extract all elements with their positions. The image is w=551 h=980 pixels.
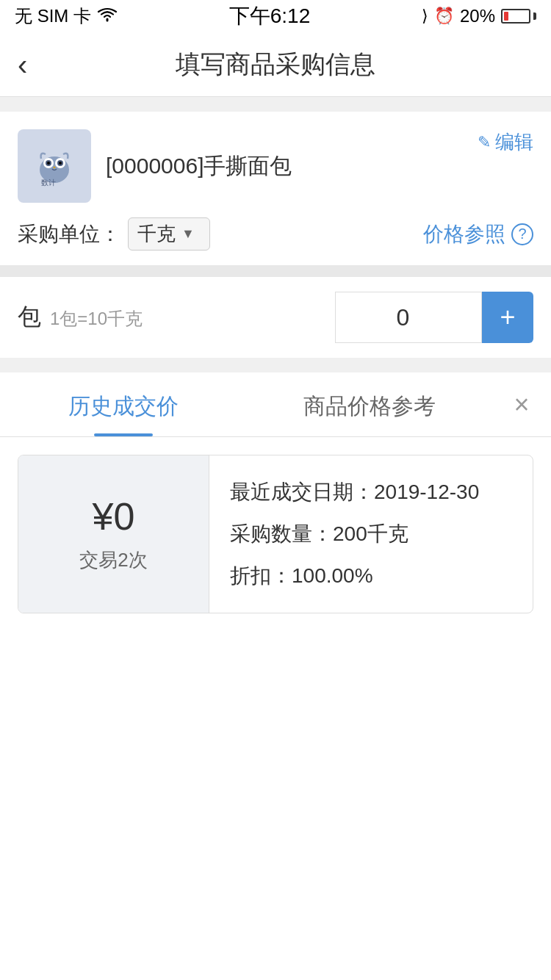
battery-percent: 20% — [460, 6, 495, 26]
price-value: 0 — [114, 495, 135, 538]
bottom-area — [0, 631, 551, 980]
location-icon: ⟩ — [422, 7, 428, 26]
price-detail-date: 最近成交日期：2019-12-30 — [230, 478, 512, 506]
quantity-ref-label: 采购数量： — [230, 522, 333, 545]
unit-value: 千克 — [137, 221, 176, 247]
unit-select-dropdown[interactable]: 千克 ▼ — [128, 217, 210, 251]
page-title: 填写商品采购信息 — [176, 48, 375, 82]
price-currency: ¥ — [93, 495, 114, 538]
price-card-left: ¥0 交易2次 — [18, 455, 209, 613]
price-ref-help-icon: ? — [511, 223, 533, 245]
price-card-right: 最近成交日期：2019-12-30 采购数量：200千克 折扣：100.00% — [209, 455, 533, 613]
price-ref-button[interactable]: 价格参照 ? — [423, 220, 533, 248]
price-ref-label: 价格参照 — [423, 220, 505, 248]
edit-button[interactable]: ✎ 编辑 — [478, 129, 533, 155]
product-row-top: 数计 [0000006]手撕面包 ✎ 编辑 — [18, 129, 533, 203]
edit-icon: ✎ — [478, 133, 491, 152]
svg-point-5 — [47, 162, 50, 165]
quantity-row: 包 1包=10千克 + — [0, 277, 551, 358]
tab-close-button[interactable]: × — [492, 389, 551, 420]
wifi-icon — [97, 6, 118, 26]
tabs-container: 历史成交价 商品价格参考 × — [0, 372, 551, 437]
quantity-unit-label: 包 — [18, 301, 41, 334]
battery-indicator — [501, 9, 536, 24]
signal-text: 无 SIM 卡 — [15, 4, 91, 28]
unit-label: 采购单位： — [18, 220, 120, 248]
unit-group: 采购单位： 千克 ▼ — [18, 217, 210, 251]
status-time: 下午6:12 — [229, 2, 311, 30]
status-left: 无 SIM 卡 — [15, 4, 118, 28]
discount-value: 100.00% — [292, 564, 373, 587]
price-detail-discount: 折扣：100.00% — [230, 561, 512, 590]
discount-label: 折扣： — [230, 564, 292, 587]
dropdown-arrow-icon: ▼ — [181, 226, 195, 242]
price-amount: ¥0 — [93, 494, 135, 538]
quantity-input[interactable] — [335, 292, 482, 343]
product-left: 数计 [0000006]手撕面包 — [18, 129, 292, 203]
recent-date-label: 最近成交日期： — [230, 480, 374, 503]
price-transactions: 交易2次 — [79, 547, 147, 573]
product-card: 数计 [0000006]手撕面包 ✎ 编辑 采购单位： 千克 ▼ 价格参照 ? — [0, 112, 551, 265]
price-card: ¥0 交易2次 最近成交日期：2019-12-30 采购数量：200千克 折扣：… — [18, 455, 533, 613]
status-right: ⟩ ⏰ 20% — [422, 6, 536, 26]
product-image: 数计 — [18, 129, 91, 203]
quantity-equiv-label: 1包=10千克 — [50, 307, 143, 331]
nav-bar: ‹ 填写商品采购信息 — [0, 32, 551, 97]
tab-history-price[interactable]: 历史成交价 — [0, 372, 246, 436]
back-button[interactable]: ‹ — [18, 50, 27, 79]
price-detail-quantity: 采购数量：200千克 — [230, 519, 512, 548]
tab-product-price-ref[interactable]: 商品价格参考 — [246, 372, 492, 436]
quantity-input-group: + — [335, 292, 533, 343]
svg-text:数计: 数计 — [41, 179, 56, 187]
quantity-plus-button[interactable]: + — [482, 292, 533, 343]
alarm-icon: ⏰ — [434, 7, 454, 26]
price-card-container: ¥0 交易2次 最近成交日期：2019-12-30 采购数量：200千克 折扣：… — [0, 437, 551, 631]
svg-point-6 — [59, 162, 62, 165]
status-bar: 无 SIM 卡 下午6:12 ⟩ ⏰ 20% — [0, 0, 551, 32]
product-row-bottom: 采购单位： 千克 ▼ 价格参照 ? — [18, 217, 533, 251]
quantity-label-group: 包 1包=10千克 — [18, 301, 143, 334]
edit-label: 编辑 — [495, 129, 533, 155]
quantity-ref-value: 200千克 — [333, 522, 408, 545]
product-name: [0000006]手撕面包 — [106, 151, 292, 181]
divider-1 — [0, 265, 551, 277]
recent-date-value: 2019-12-30 — [374, 480, 479, 503]
